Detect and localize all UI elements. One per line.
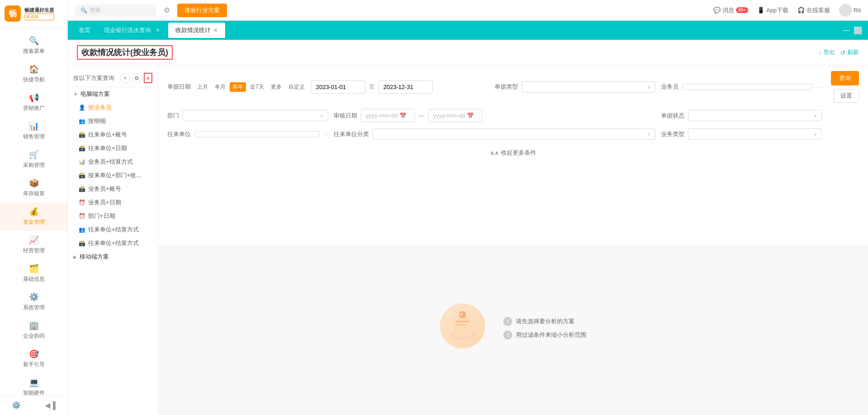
tab-maximize-icon[interactable]: ⬜ bbox=[854, 26, 863, 35]
sidebar-item-basic[interactable]: 🗂️ 基础信息 bbox=[0, 259, 67, 288]
search-icon: 🔍 bbox=[29, 36, 39, 46]
review-date-to-input[interactable]: yyyy-mm-dd 📅 bbox=[428, 109, 482, 122]
export-btn[interactable]: ↑ 导出 bbox=[819, 48, 835, 57]
user-avatar-area[interactable]: Rit bbox=[839, 4, 861, 17]
doc-status-input[interactable]: ∨ bbox=[688, 110, 822, 121]
filter-settings-btn[interactable]: 设置 bbox=[834, 89, 859, 103]
tabbar: 首页 现金银行流水查询 ✕ 收款情况统计 ✕ — ⬜ bbox=[68, 21, 868, 40]
sidebar-item-purchase[interactable]: 🛒 采购管理 bbox=[0, 145, 67, 174]
salesperson-input[interactable] bbox=[682, 84, 813, 90]
topbar-settings-icon[interactable]: ⚙ bbox=[164, 6, 170, 14]
guide-icon: 🎯 bbox=[29, 349, 39, 359]
sidebar-item-operations[interactable]: 📈 经营管理 bbox=[0, 231, 67, 259]
tab-collection-stats[interactable]: 收款情况统计 ✕ bbox=[168, 23, 225, 38]
scheme-item-partner-method1[interactable]: 👥 往来单位+结算方式 bbox=[68, 223, 158, 236]
sidebar-item-search[interactable]: 🔍 搜索菜单 bbox=[0, 31, 67, 60]
salesperson-more-icon[interactable]: ··· bbox=[817, 84, 822, 90]
date-btn-last-month[interactable]: 上月 bbox=[194, 82, 211, 92]
message-btn[interactable]: 💬 消息 99+ bbox=[713, 6, 748, 14]
sidebar-item-quick-nav[interactable]: 🏠 快捷导航 bbox=[0, 60, 67, 88]
collapse-up-icon: ∧∧ bbox=[490, 150, 499, 156]
tab-bank-flow[interactable]: 现金银行流水查询 ✕ bbox=[97, 23, 167, 38]
desktop-group-header[interactable]: ▼ 电脑端方案 bbox=[68, 87, 158, 101]
tab-bank-flow-close[interactable]: ✕ bbox=[156, 27, 160, 33]
settings-bottom-icon[interactable]: ⚙️ bbox=[12, 401, 21, 410]
partner-category-input[interactable]: ∨ bbox=[373, 128, 656, 140]
sidebar-item-finance[interactable]: 💰 资金管理 bbox=[0, 202, 67, 231]
tab-minimize-icon[interactable]: — bbox=[843, 26, 850, 35]
date-quick-select: 上月 本月 本年 近7天 更多 自定义 bbox=[194, 82, 307, 92]
sidebar-bottom: ⚙️ ◀▐ bbox=[0, 395, 67, 415]
filter-date-field: 单据日期 上月 本月 本年 近7天 更多 自定义 2023-01-01 bbox=[167, 80, 489, 94]
system-icon: ⚙️ bbox=[29, 292, 39, 302]
salesperson-scheme-icon: 👤 bbox=[79, 104, 85, 111]
page-actions: ↑ 导出 ↺ 刷新 bbox=[819, 48, 859, 57]
date-btn-this-month[interactable]: 本月 bbox=[212, 82, 228, 92]
date-to-input[interactable]: 2023-12-31 bbox=[378, 80, 433, 94]
calendar-from-icon: 📅 bbox=[400, 113, 406, 119]
scheme-item-partner-date[interactable]: 🗃️ 往来单位+日期 bbox=[68, 141, 158, 155]
scheme-settings-btn[interactable]: ⚙ bbox=[132, 73, 142, 83]
group-arrow-icon: ▼ bbox=[73, 92, 78, 97]
collapse-more-btn[interactable]: ∧∧ 收起更多条件 bbox=[490, 149, 536, 157]
purchase-icon: 🛒 bbox=[29, 150, 39, 160]
collapse-sidebar-icon[interactable]: ◀▐ bbox=[45, 401, 55, 410]
desktop-scheme-group: ▼ 电脑端方案 👤 按业务员 👥 按明细 🗃️ 往来单位+账号 bbox=[68, 87, 158, 250]
sidebar-nav: 🔍 搜索菜单 🏠 快捷导航 📢 营销推广 📊 销售管理 🛒 采购管理 📦 库存核… bbox=[0, 28, 67, 395]
sidebar-item-sales[interactable]: 📊 销售管理 bbox=[0, 117, 67, 145]
marketing-icon: 📢 bbox=[29, 93, 39, 103]
date-from-input[interactable]: 2023-01-01 bbox=[311, 80, 365, 94]
dept-input[interactable]: ∨ bbox=[183, 110, 328, 121]
sidebar-item-guide[interactable]: 🎯 新手引导 bbox=[0, 344, 67, 373]
tab-collection-stats-close[interactable]: ✕ bbox=[213, 27, 218, 33]
doc-type-input[interactable]: ∨ bbox=[522, 81, 656, 93]
add-scheme-btn[interactable]: + bbox=[120, 73, 130, 83]
date-btn-custom[interactable]: 自定义 bbox=[286, 82, 307, 92]
page-header: 收款情况统计(按业务员) ↑ 导出 ↺ 刷新 bbox=[68, 40, 868, 66]
sidebar-item-enterprise[interactable]: 🏢 企业协同 bbox=[0, 316, 67, 344]
scheme-item-partner-account[interactable]: 🗃️ 往来单位+账号 bbox=[68, 128, 158, 141]
filter-partner-category-field: 往来单位分类 ∨ bbox=[334, 128, 656, 140]
scheme-item-partner-method2[interactable]: 🗃️ 往来单位+结算方式 bbox=[68, 236, 158, 250]
svg-rect-1 bbox=[453, 317, 472, 337]
mobile-scheme-group: ▶ 移动端方案 bbox=[68, 250, 158, 264]
date-btn-more[interactable]: 更多 bbox=[268, 82, 284, 92]
partner-more-icon[interactable]: ··· bbox=[323, 131, 328, 137]
sidebar-item-system[interactable]: ⚙️ 系统管理 bbox=[0, 288, 67, 316]
scheme-item-by-detail[interactable]: 👥 按明细 bbox=[68, 114, 158, 128]
scheme-item-salesperson-date[interactable]: ⏰ 业务员+日期 bbox=[68, 196, 158, 209]
tab-home[interactable]: 首页 bbox=[73, 23, 96, 38]
content-split: 按以下方案查询 + ⚙ « ▼ 电脑端方案 👤 按业务员 bbox=[68, 66, 868, 415]
date-btn-7days[interactable]: 近7天 bbox=[247, 82, 267, 92]
date-btn-this-year[interactable]: 本年 bbox=[230, 82, 246, 92]
topbar-search-box[interactable]: 🔍 搜索 bbox=[75, 5, 156, 16]
mobile-group-header[interactable]: ▶ 移动端方案 bbox=[68, 250, 158, 264]
export-icon: ↑ bbox=[819, 49, 822, 56]
sidebar-item-hardware[interactable]: 💻 智能硬件 bbox=[0, 373, 67, 395]
scheme-item-salesperson-account[interactable]: 🗃️ 业务员+账号 bbox=[68, 182, 158, 196]
app-download-btn[interactable]: 📱 App下载 bbox=[757, 6, 788, 14]
scheme-item-by-partner-dept[interactable]: 🗃️ 按来单位+部门+收... bbox=[68, 169, 158, 182]
partner-input[interactable] bbox=[194, 131, 320, 137]
refresh-btn[interactable]: ↺ 刷新 bbox=[840, 48, 859, 57]
online-service-btn[interactable]: 🎧 在线客服 bbox=[797, 6, 830, 14]
finance-icon: 💰 bbox=[29, 207, 39, 217]
home-icon: 🏠 bbox=[29, 64, 39, 74]
partner-date-icon: 🗃️ bbox=[79, 145, 85, 151]
inventory-icon: 📦 bbox=[29, 178, 39, 188]
sidebar-item-marketing[interactable]: 📢 营销推广 bbox=[0, 88, 67, 117]
scheme-item-salesperson-method[interactable]: 📊 业务员+结算方式 bbox=[68, 155, 158, 169]
right-panel: 单据日期 上月 本月 本年 近7天 更多 自定义 2023-01-01 bbox=[158, 66, 868, 415]
trial-btn[interactable]: 体验行业方案 bbox=[177, 4, 227, 17]
collapse-scheme-btn[interactable]: « bbox=[144, 73, 152, 83]
scheme-item-dept-date[interactable]: ⏰ 部门+日期 bbox=[68, 209, 158, 223]
sidebar-item-inventory[interactable]: 📦 库存核算 bbox=[0, 174, 67, 202]
filter-action-btns: 查询 设置 bbox=[827, 71, 859, 103]
query-btn[interactable]: 查询 bbox=[831, 71, 859, 85]
filter-doc-status-field: 单据状态 ∨ bbox=[661, 110, 822, 121]
main-area: 🔍 搜索 ⚙ 体验行业方案 💬 消息 99+ 📱 App下载 🎧 在线客服 Ri… bbox=[68, 0, 868, 415]
review-date-from-input[interactable]: yyyy-mm-dd 📅 bbox=[361, 109, 415, 122]
page-title: 收款情况统计(按业务员) bbox=[77, 45, 173, 60]
scheme-item-by-salesperson[interactable]: 👤 按业务员 bbox=[68, 101, 158, 114]
business-type-input[interactable]: ∨ bbox=[688, 128, 822, 140]
